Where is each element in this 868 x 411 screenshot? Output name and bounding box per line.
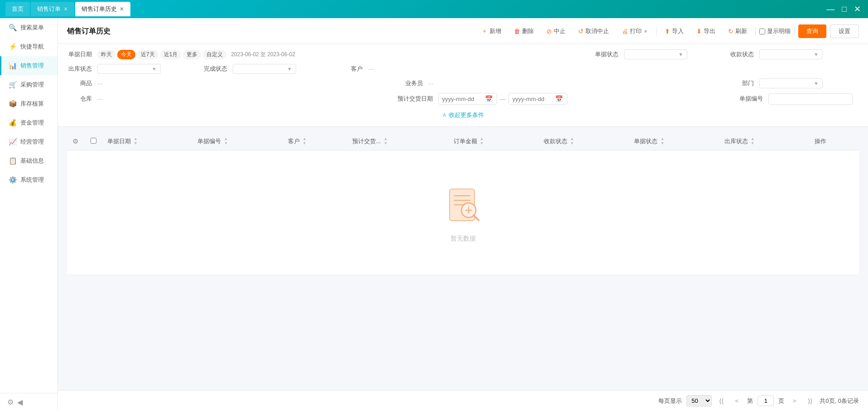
tab-sales-order[interactable]: 销售订单 ✕ bbox=[31, 2, 74, 16]
date-pill-custom[interactable]: 自定义 bbox=[203, 50, 226, 59]
column-settings-icon[interactable]: ⚙ bbox=[72, 137, 78, 145]
department-field: ▼ bbox=[759, 78, 859, 88]
refresh-icon: ↻ bbox=[728, 28, 734, 35]
date-pill-last7[interactable]: 近7天 bbox=[137, 50, 158, 59]
tab-home[interactable]: 首页 bbox=[5, 2, 30, 16]
customer-field: ··· bbox=[368, 65, 859, 73]
sidebar-item-basic-info[interactable]: 📋 基础信息 bbox=[0, 151, 58, 170]
bill-date-sort-icon[interactable]: ▲ ▼ bbox=[134, 137, 138, 145]
date-pill-last1month[interactable]: 近1月 bbox=[160, 50, 182, 59]
warehouse-status-sort-icon[interactable]: ▲ ▼ bbox=[751, 137, 755, 145]
warehouse-status-select[interactable]: ▼ bbox=[97, 64, 161, 74]
last-page-button[interactable]: ⟩⟩ bbox=[805, 396, 815, 406]
tab-home-label: 首页 bbox=[12, 5, 24, 13]
empty-state-row: 暂无数据 bbox=[67, 150, 859, 275]
salesperson-field: ··· bbox=[428, 80, 724, 87]
col-check-header bbox=[85, 132, 102, 150]
sidebar-item-inventory[interactable]: 📦 库存核算 bbox=[0, 94, 58, 113]
sidebar-item-fund-mgmt[interactable]: 💰 资金管理 bbox=[0, 113, 58, 132]
product-field: ··· bbox=[97, 80, 393, 87]
window-maximize-button[interactable]: □ bbox=[840, 5, 849, 14]
delivery-date-end-input[interactable] bbox=[513, 96, 553, 102]
date-pill-more[interactable]: 更多 bbox=[183, 50, 201, 59]
date-pill-today[interactable]: 今天 bbox=[117, 50, 135, 59]
complete-status-select[interactable]: ▼ bbox=[233, 64, 296, 74]
sidebar-item-fund-mgmt-label: 资金管理 bbox=[20, 119, 44, 127]
sidebar-item-quick-nav[interactable]: ⚡ 快捷导航 bbox=[0, 37, 58, 56]
empty-state: 暂无数据 bbox=[72, 155, 854, 270]
collection-status-select[interactable]: ▼ bbox=[759, 49, 823, 59]
date-pill-yesterday[interactable]: 昨天 bbox=[97, 50, 115, 59]
first-page-button[interactable]: ⟨⟨ bbox=[716, 396, 726, 406]
prev-page-button[interactable]: ＜ bbox=[731, 396, 743, 406]
empty-text: 暂无数据 bbox=[451, 235, 476, 243]
expected-delivery-sort-icon[interactable]: ▲ ▼ bbox=[384, 137, 388, 145]
sidebar-item-sales-mgmt[interactable]: 📊 销售管理 bbox=[0, 56, 58, 75]
tab-sales-order-history-label: 销售订单历史 bbox=[82, 5, 117, 13]
stop-icon: ⊘ bbox=[547, 28, 552, 35]
col-order-amount-header: 订单金额 ▲ ▼ bbox=[448, 132, 538, 150]
delivery-date-end-wrap: 📅 bbox=[508, 93, 567, 105]
salesperson-dots[interactable]: ··· bbox=[428, 80, 434, 87]
warehouse-dots[interactable]: ··· bbox=[97, 95, 103, 102]
col-bill-status-label: 单据状态 bbox=[634, 137, 657, 145]
sidebar-collapse-icon[interactable]: ◀ bbox=[17, 398, 23, 406]
complete-status-field: ▼ bbox=[233, 64, 332, 74]
bill-status-select[interactable]: ▼ bbox=[624, 49, 687, 59]
purchase-mgmt-icon: 🛒 bbox=[9, 81, 17, 89]
col-expected-delivery-header: 预计交货... ▲ ▼ bbox=[347, 132, 448, 150]
complete-status-chevron-icon: ▼ bbox=[287, 66, 292, 72]
product-dots[interactable]: ··· bbox=[97, 80, 103, 87]
calendar-start-icon[interactable]: 📅 bbox=[485, 95, 493, 102]
sidebar-item-sys-mgmt[interactable]: ⚙️ 系统管理 bbox=[0, 170, 58, 189]
cancel-stop-button[interactable]: ↺ 取消中止 bbox=[574, 25, 614, 38]
sidebar-item-ops-mgmt[interactable]: 📈 经营管理 bbox=[0, 132, 58, 151]
col-expected-delivery-label: 预计交货... bbox=[352, 137, 381, 145]
collection-status-sort-icon[interactable]: ▲ ▼ bbox=[570, 137, 574, 145]
sidebar-item-purchase-mgmt[interactable]: 🛒 采购管理 bbox=[0, 75, 58, 94]
display-detail-label: 显示明细 bbox=[767, 27, 791, 35]
tab-sales-order-history-close[interactable]: ✕ bbox=[120, 6, 124, 12]
product-label: 商品 bbox=[67, 79, 92, 87]
bill-number-sort-icon[interactable]: ▲ ▼ bbox=[224, 137, 228, 145]
sidebar: 🔍 搜索菜单 ⚡ 快捷导航 📊 销售管理 🛒 采购管理 📦 库存核算 💰 资金管… bbox=[0, 18, 58, 411]
import-button[interactable]: ⬆ 导入 bbox=[660, 25, 688, 38]
table-header-row: ⚙ 单据日期 ▲ ▼ bbox=[67, 132, 859, 150]
bill-status-field: ▼ bbox=[624, 49, 724, 59]
next-page-button[interactable]: ＞ bbox=[789, 396, 801, 406]
export-button[interactable]: ⬇ 导出 bbox=[692, 25, 720, 38]
tab-sales-order-history[interactable]: 销售订单历史 ✕ bbox=[75, 2, 130, 16]
complete-status-label: 完成状态 bbox=[202, 65, 227, 73]
sidebar-item-purchase-mgmt-label: 采购管理 bbox=[20, 81, 44, 89]
customer-sort-icon[interactable]: ▲ ▼ bbox=[302, 137, 307, 145]
page-size-select[interactable]: 10 20 50 100 bbox=[686, 395, 712, 406]
filter-area: 单据日期 昨天 今天 近7天 近1月 更多 自定义 2023-06-02 至 2… bbox=[58, 44, 868, 127]
refresh-button[interactable]: ↻ 刷新 bbox=[724, 25, 752, 38]
settings-button[interactable]: 设置 bbox=[830, 24, 859, 38]
tab-sales-order-close[interactable]: ✕ bbox=[63, 6, 68, 12]
bill-number-input[interactable] bbox=[768, 93, 853, 105]
delete-label: 删除 bbox=[522, 27, 534, 35]
calendar-end-icon[interactable]: 📅 bbox=[555, 95, 563, 102]
content-area: 销售订单历史 ＋ 新增 🗑 删除 ⊘ 中止 ↺ bbox=[58, 18, 868, 411]
display-detail-checkbox[interactable] bbox=[759, 29, 765, 34]
sidebar-item-search-menu[interactable]: 🔍 搜索菜单 bbox=[0, 18, 58, 37]
customer-dots[interactable]: ··· bbox=[368, 65, 374, 73]
department-select[interactable]: ▼ bbox=[759, 78, 823, 88]
query-button[interactable]: 查询 bbox=[798, 24, 826, 38]
toolbar-divider-1 bbox=[656, 27, 657, 35]
window-minimize-button[interactable]: — bbox=[825, 5, 836, 14]
sidebar-settings-icon[interactable]: ⚙ bbox=[7, 398, 14, 406]
delete-button[interactable]: 🗑 删除 bbox=[509, 25, 538, 38]
add-button[interactable]: ＋ 新增 bbox=[477, 25, 506, 38]
bill-status-sort-icon[interactable]: ▲ ▼ bbox=[660, 137, 664, 145]
fund-mgmt-icon: 💰 bbox=[9, 119, 17, 127]
window-close-button[interactable]: ✕ bbox=[852, 4, 863, 14]
select-all-checkbox[interactable] bbox=[91, 138, 96, 144]
collapse-row[interactable]: ∧ 收起更多条件 bbox=[67, 109, 859, 121]
print-button[interactable]: 🖨 打印 ▼ bbox=[617, 25, 652, 38]
order-amount-sort-icon[interactable]: ▲ ▼ bbox=[480, 137, 484, 145]
stop-button[interactable]: ⊘ 中止 bbox=[542, 25, 570, 38]
delivery-date-start-input[interactable] bbox=[442, 96, 483, 102]
page-number-input[interactable] bbox=[758, 396, 774, 406]
